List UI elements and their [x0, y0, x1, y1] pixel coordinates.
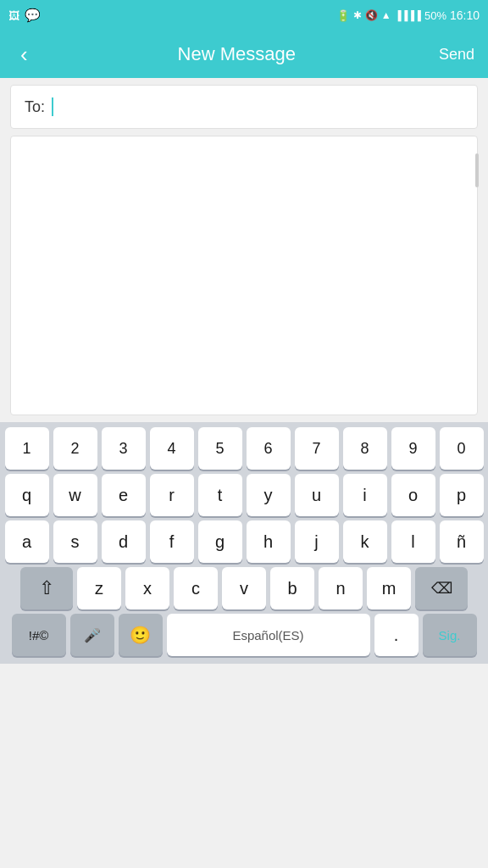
key-0[interactable]: 0 [440, 427, 484, 470]
key-k[interactable]: k [343, 520, 387, 563]
next-label: Sig. [439, 628, 461, 643]
key-3[interactable]: 3 [102, 427, 146, 470]
signal-icon: ▐▐▐▐ [395, 10, 421, 20]
status-bar: 🖼 💬 🔋 ✱ 🔇 ▲ ▐▐▐▐ 50% 16:10 [0, 0, 488, 31]
shift-icon: ⇧ [39, 577, 54, 599]
emoji-key[interactable]: 🙂 [119, 614, 163, 656]
zxcv-row: ⇧ z x c v b n m ⌫ [3, 567, 485, 609]
key-7[interactable]: 7 [295, 427, 339, 470]
battery-charging-icon: 🔋 [336, 9, 350, 22]
compose-area: To: [0, 78, 488, 422]
key-p[interactable]: p [440, 474, 484, 516]
key-w[interactable]: w [53, 474, 97, 516]
text-cursor [52, 97, 53, 116]
period-label: . [394, 626, 399, 645]
back-button[interactable]: ‹ [14, 38, 35, 71]
mic-icon: 🎤 [84, 627, 101, 643]
key-m[interactable]: m [367, 567, 411, 609]
key-2[interactable]: 2 [53, 427, 97, 470]
battery-percent: 50% [424, 9, 446, 22]
space-key[interactable]: Español(ES) [167, 614, 370, 656]
key-n[interactable]: n [319, 567, 363, 609]
key-b[interactable]: b [270, 567, 314, 609]
symbols-label: !#© [29, 628, 49, 643]
key-d[interactable]: d [102, 520, 146, 563]
key-x[interactable]: x [125, 567, 169, 609]
symbols-key[interactable]: !#© [12, 614, 66, 656]
key-c[interactable]: c [174, 567, 218, 609]
mic-key[interactable]: 🎤 [70, 614, 114, 656]
period-key[interactable]: . [374, 614, 419, 656]
key-o[interactable]: o [391, 474, 435, 516]
bluetooth-icon: ✱ [353, 9, 362, 21]
key-q[interactable]: q [5, 474, 49, 516]
key-9[interactable]: 9 [391, 427, 435, 470]
key-u[interactable]: u [295, 474, 339, 516]
key-1[interactable]: 1 [5, 427, 49, 470]
nav-bar: ‹ New Message Send [0, 31, 488, 78]
key-h[interactable]: h [247, 520, 291, 563]
key-g[interactable]: g [198, 520, 242, 563]
key-l[interactable]: l [391, 520, 435, 563]
status-right-icons: 🔋 ✱ 🔇 ▲ ▐▐▐▐ 50% 16:10 [336, 8, 480, 22]
asdf-row: a s d f g h j k l ñ [3, 520, 485, 563]
key-4[interactable]: 4 [150, 427, 194, 470]
key-z[interactable]: z [77, 567, 121, 609]
key-f[interactable]: f [150, 520, 194, 563]
emoji-icon: 🙂 [130, 625, 151, 645]
image-icon: 🖼 [8, 9, 19, 22]
key-i[interactable]: i [343, 474, 387, 516]
whatsapp-icon: 💬 [25, 8, 41, 23]
key-6[interactable]: 6 [247, 427, 291, 470]
key-r[interactable]: r [150, 474, 194, 516]
current-time: 16:10 [450, 8, 480, 22]
key-n-tilde[interactable]: ñ [440, 520, 484, 563]
key-e[interactable]: e [102, 474, 146, 516]
key-v[interactable]: v [222, 567, 266, 609]
qwerty-row: q w e r t y u i o p [3, 474, 485, 516]
shift-key[interactable]: ⇧ [20, 567, 73, 609]
key-s[interactable]: s [53, 520, 97, 563]
key-j[interactable]: j [295, 520, 339, 563]
space-lang-label: Español(ES) [232, 628, 303, 643]
backspace-icon: ⌫ [431, 579, 452, 598]
key-5[interactable]: 5 [198, 427, 242, 470]
mute-icon: 🔇 [365, 9, 378, 21]
key-t[interactable]: t [198, 474, 242, 516]
key-y[interactable]: y [247, 474, 291, 516]
message-body[interactable] [10, 136, 478, 415]
key-a[interactable]: a [5, 520, 49, 563]
wifi-icon: ▲ [381, 9, 391, 21]
number-row: 1 2 3 4 5 6 7 8 9 0 [3, 427, 485, 470]
next-key[interactable]: Sig. [423, 614, 477, 656]
send-button[interactable]: Send [439, 46, 474, 64]
status-left-icons: 🖼 💬 [8, 8, 41, 23]
to-label: To: [25, 98, 45, 116]
bottom-row: !#© 🎤 🙂 Español(ES) . Sig. [3, 614, 485, 656]
scroll-indicator [475, 153, 479, 187]
backspace-key[interactable]: ⌫ [415, 567, 468, 609]
page-title: New Message [178, 43, 296, 65]
key-8[interactable]: 8 [343, 427, 387, 470]
keyboard: 1 2 3 4 5 6 7 8 9 0 q w e r t y u i o p … [0, 422, 488, 664]
to-field[interactable]: To: [10, 85, 478, 129]
